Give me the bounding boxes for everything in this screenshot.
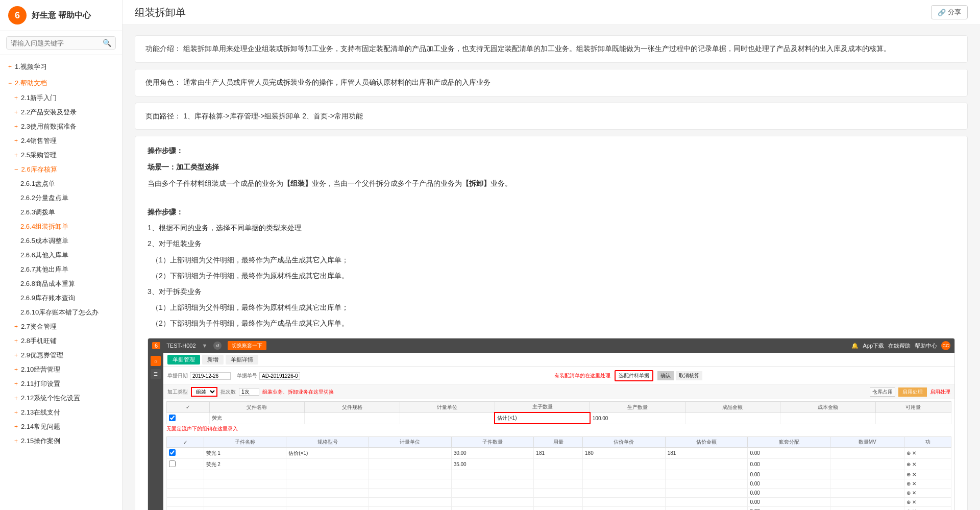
nav-sub-group-payment[interactable]: + 2.13在线支付 <box>0 405 122 420</box>
nav-sub-group-install[interactable]: + 2.2产品安装及登录 <box>0 105 122 119</box>
sim-home-icon[interactable]: ⌂ <box>151 356 161 366</box>
path-block: 页面路径： 1、库存核算->库存管理->组装拆卸单 2、首页->常用功能 <box>135 103 968 130</box>
sim-tab-manage[interactable]: 单据管理 <box>167 355 200 365</box>
nav-sub-group-mobile[interactable]: + 2.8手机旺铺 <box>0 334 122 348</box>
nav-sub-faq-label: 2.14常见问题 <box>21 422 60 431</box>
plus-icon-10: + <box>14 366 18 373</box>
sim-type-select[interactable]: 组装 拆卸 <box>191 387 217 397</box>
plus-icon: + <box>8 63 12 70</box>
nav-group-video-title[interactable]: + 1.视频学习 <box>0 59 122 75</box>
share-button[interactable]: 🔗 分享 <box>931 5 968 19</box>
sim-col-qty: 主子数量 <box>495 402 590 413</box>
nav-sub-system-label: 2.12系统个性化设置 <box>21 394 80 403</box>
nav-item-2610[interactable]: 2.6.10库存账本错了怎么办 <box>0 305 122 320</box>
nav-item-262[interactable]: 2.6.2分量盘点单 <box>0 191 122 205</box>
sim-tab-detail[interactable]: 单据详情 <box>226 355 258 365</box>
sim-no-input[interactable] <box>259 372 300 380</box>
nav-sub-group-funds[interactable]: + 2.7资金管理 <box>0 320 122 334</box>
sim-confirm-btn[interactable]: 确认 <box>657 371 674 380</box>
sim-cell-check[interactable] <box>167 412 210 424</box>
sim-batch-input[interactable] <box>239 388 259 396</box>
sim-main: 单据管理 新增 单据详情 单据日期 <box>163 353 954 510</box>
nav-sub-group-purchase[interactable]: + 2.5采购管理 <box>0 148 122 162</box>
nav-sub-group-sales[interactable]: + 2.4销售管理 <box>0 134 122 148</box>
sim-refresh-icon: ↺ <box>213 342 222 350</box>
sim-upper-table-area: ✓ 父件名称 父件规格 计量单位 主子数量 生产数量 成品金额 成本金额 <box>163 399 954 434</box>
nav-sub-group-cases[interactable]: + 2.15操作案例 <box>0 434 122 448</box>
sim-help-link[interactable]: 在线帮助 <box>888 342 911 350</box>
sim-cell-parent-name: 荧光 <box>209 412 304 424</box>
minus-icon: − <box>8 80 12 87</box>
sim-col-product-amount: 成品金额 <box>685 402 780 413</box>
sim-date-input[interactable] <box>190 372 231 380</box>
nav-sub-group-newcomer[interactable]: + 2.1新手入门 <box>0 91 122 105</box>
sim-tab-new[interactable]: 新增 <box>202 355 224 365</box>
sim-cell-cost-amount <box>780 412 875 424</box>
nav-sub-group-system[interactable]: + 2.12系统个性化设置 <box>0 391 122 405</box>
sim-helpcenter-link[interactable]: 帮助中心 <box>915 342 937 350</box>
nav-group-docs-label: 2.帮助文档 <box>15 79 47 88</box>
nav-item-265[interactable]: 2.6.5成本调整单 <box>0 234 122 248</box>
sim-lower-table-header: ✓ 子件名称 规格型号 计量单位 子件数量 用量 估价单价 估价金额 <box>167 437 951 448</box>
plus-icon-14: + <box>14 423 18 430</box>
search-input[interactable] <box>11 39 103 47</box>
sim-col-check2: ✓ <box>167 437 204 448</box>
sim-batch-label: 批次数 <box>220 388 236 396</box>
sim-switch-btn[interactable]: 切换账套一下 <box>228 341 266 350</box>
search-box: 🔍 <box>6 36 116 50</box>
sim-col-mv: 数量MV <box>830 437 904 448</box>
plus-icon-13: + <box>14 409 18 416</box>
sim-cancel-btn[interactable]: 取消核算 <box>676 371 702 380</box>
plus-icon-7: + <box>14 323 18 330</box>
nav-group-docs-title[interactable]: − 2.帮助文档 <box>0 76 122 91</box>
steps-area: 操作步骤： 场景一：加工类型选择 当由多个子件材料组装成一个成品的业务为【组装】… <box>135 136 968 510</box>
sim-col-child-qty: 子件数量 <box>451 437 534 448</box>
sim-bell-icon: 🔔 <box>851 343 859 349</box>
nav-sub-group-inventory[interactable]: − 2.6库存核算 <box>0 162 122 177</box>
step3-sub2: （2）下部明细为子件明细，最终作为产成品生成其它入库单。 <box>148 317 955 330</box>
nav-sub-group-print[interactable]: + 2.11打印设置 <box>0 377 122 391</box>
sim-annotation3-area: 组装业务、拆卸业务在这里切换 <box>262 388 334 396</box>
nav-item-268[interactable]: 2.6.8商品成本重算 <box>0 277 122 291</box>
nav-item-267[interactable]: 2.6.7其他出库单 <box>0 262 122 277</box>
sim-iconbar: ⌂ ☰ <box>148 353 163 510</box>
sim-col-child-unit: 计量单位 <box>369 437 451 448</box>
sim-cell-qty: 估计(×1) <box>495 412 590 424</box>
logo-area: 6 好生意 帮助中心 <box>0 0 122 31</box>
sim-date-label: 单据日期 <box>167 372 188 379</box>
nav-sub-biz-label: 2.10经营管理 <box>21 365 60 374</box>
sim-enable-btn[interactable]: 启用处理 <box>898 387 927 397</box>
table-row: 0.00⊕ ✕ <box>167 507 951 510</box>
plus-icon-5: + <box>14 137 18 144</box>
search-area: 🔍 <box>0 31 122 55</box>
nav-item-264[interactable]: 2.6.4组装拆卸单 <box>0 220 122 234</box>
nav-item-269[interactable]: 2.6.9库存账本查询 <box>0 291 122 305</box>
table-row: 0.00⊕ ✕ <box>167 479 951 489</box>
sim-action-btns: 确认 取消核算 <box>657 371 702 380</box>
plus-icon-8: + <box>14 337 18 345</box>
sim-nav-icon[interactable]: ☰ <box>151 369 161 379</box>
sim-no-label: 单据单号 <box>237 372 257 379</box>
nav-sub-inventory-label: 2.6库存核算 <box>21 165 57 174</box>
nav-list: + 1.视频学习 − 2.帮助文档 + 2.1新手入门 + 2.2产品安装及登录 <box>0 55 122 510</box>
sim-warehouse-select[interactable]: 仓库占用 <box>870 387 895 397</box>
nav-sub-group-faq[interactable]: + 2.14常见问题 <box>0 420 122 434</box>
sim-annotation2-btn[interactable]: 选配件料单据 <box>615 370 653 381</box>
nav-sub-group-biz[interactable]: + 2.10经营管理 <box>0 362 122 377</box>
nav-sub-payment-label: 2.13在线支付 <box>21 408 60 417</box>
sim-annotation4-text: 启用处理 <box>930 388 950 396</box>
nav-item-263[interactable]: 2.6.3调拨单 <box>0 205 122 220</box>
sim-type-label: 加工类型 <box>167 388 188 396</box>
nav-item-266[interactable]: 2.6.6其他入库单 <box>0 248 122 262</box>
nav-sub-group-coupon[interactable]: + 2.9优惠券管理 <box>0 348 122 362</box>
sim-col-child-spec: 规格型号 <box>286 437 369 448</box>
nav-group-video: + 1.视频学习 <box>0 59 122 75</box>
sim-logo: 6 <box>152 342 160 349</box>
sim-app-link[interactable]: App下载 <box>863 342 884 350</box>
sim-upper-table-header: ✓ 父件名称 父件规格 计量单位 主子数量 生产数量 成品金额 成本金额 <box>167 402 951 413</box>
nav-item-261[interactable]: 2.6.1盘点单 <box>0 177 122 191</box>
search-icon[interactable]: 🔍 <box>103 39 111 47</box>
nav-sub-group-data[interactable]: + 2.3使用前数据准备 <box>0 119 122 134</box>
plus-icon-6: + <box>14 152 18 159</box>
sim-col-available: 可用量 <box>875 402 951 413</box>
